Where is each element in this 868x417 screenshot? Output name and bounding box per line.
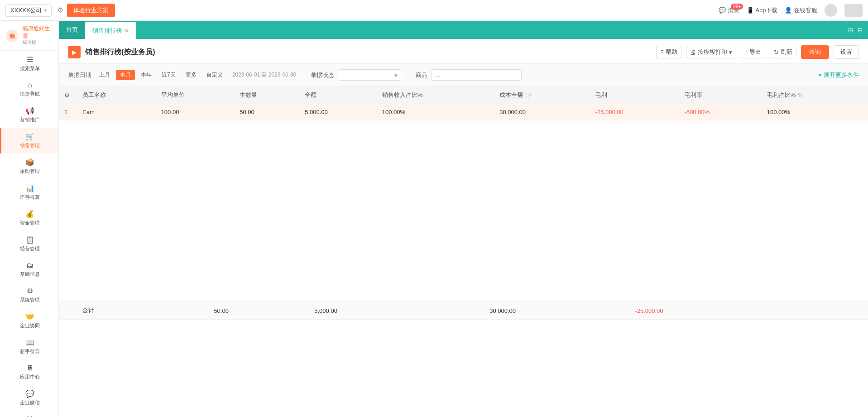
sidebar-item-sales[interactable]: 🛒 销售管理	[0, 128, 58, 153]
date-tab-this-year[interactable]: 本年	[137, 70, 156, 80]
tab-home[interactable]: 首页	[59, 21, 85, 39]
tab-bar: 首页 销售排行榜 ✕ ⊟ ⊞	[59, 21, 868, 39]
sidebar-label: 营销推广	[20, 116, 40, 123]
help-button[interactable]: ? 帮助	[656, 46, 681, 58]
table-header-row: ⚙ 员工名称 平均单价 主数量 全额 销售收入占比% 成本全额 ⓘ 毛利 毛利率	[59, 86, 868, 104]
date-tab-last-month[interactable]: 上月	[95, 70, 114, 80]
sidebar-logo: 畅 畅康通好生意 标准版	[0, 21, 58, 51]
sidebar-label: 基础信息	[20, 271, 40, 278]
company-selector[interactable]: XXXXX公司 ▾	[5, 4, 52, 17]
refresh-icon: ↻	[774, 49, 779, 56]
message-count: 99+	[731, 4, 743, 10]
date-tab-7days[interactable]: 近7天	[158, 70, 180, 80]
sidebar-item-operations[interactable]: 📋 经营管理	[0, 231, 58, 257]
user-menu[interactable]	[844, 4, 863, 17]
sidebar-item-enterprise[interactable]: 🤝 企业协同	[0, 308, 58, 334]
cell-name: Eam	[77, 104, 156, 120]
sidebar-item-marketing[interactable]: 📢 营销推广	[0, 102, 58, 128]
footer-empty	[59, 302, 77, 320]
table-row: 1 Eam 100.00 50.00 5,000.00 100.00% 30,0…	[59, 104, 868, 120]
template-print-button[interactable]: 🖨 按模板打印 ▾	[686, 46, 736, 58]
th-income-pct: 销售收入占比%	[377, 86, 494, 104]
footer-income-pct	[441, 302, 484, 320]
date-tab-more[interactable]: 更多	[182, 70, 201, 80]
base-info-icon: 🗂	[26, 261, 34, 269]
date-tab-this-month[interactable]: 本月	[116, 70, 135, 80]
sidebar-item-search-menu[interactable]: ☰ 搜索菜单	[0, 51, 58, 77]
th-amount: 全额	[299, 86, 376, 104]
message-icon: 💬	[719, 7, 726, 14]
search-menu-icon: ☰	[27, 55, 33, 64]
cell-amount: 5,000.00	[299, 104, 376, 120]
th-qty: 主数量	[234, 86, 299, 104]
tab-minimize-icon[interactable]: ⊟	[848, 27, 853, 34]
page-title: 销售排行榜(按业务员)	[85, 48, 155, 57]
vip-icon: V	[28, 415, 33, 417]
refresh-button[interactable]: ↻ 刷新	[770, 46, 796, 58]
app-download[interactable]: 📱 App下载	[747, 6, 777, 14]
status-select[interactable]	[338, 69, 401, 81]
sidebar-item-guide[interactable]: 📖 新手引导	[0, 334, 58, 359]
cell-income-pct: 100.00%	[377, 104, 494, 120]
tab-close-icon[interactable]: ✕	[125, 28, 129, 34]
inventory-icon: 📊	[25, 184, 34, 192]
sidebar-item-quick-nav[interactable]: ⌂ 快捷导航	[0, 77, 58, 102]
message-badge[interactable]: 💬 消息 99+	[719, 6, 739, 14]
date-range: 2023-06-01 至 2023-06-30	[232, 71, 296, 79]
query-button[interactable]: 查询	[801, 45, 829, 59]
cell-gross-margin: -500.00%	[679, 104, 762, 120]
expand-more-btn[interactable]: ▾ 展开更多条件	[819, 71, 859, 79]
sidebar-item-base-info[interactable]: 🗂 基础信息	[0, 257, 58, 282]
tab-expand-icon[interactable]: ⊞	[858, 27, 863, 34]
avatar[interactable]	[825, 4, 837, 17]
footer-row: 合计 50.00 5,000.00 30,000.00 -25,000.00	[59, 302, 868, 320]
status-select-wrap	[338, 69, 401, 81]
trial-button[interactable]: 体验行业方案	[67, 4, 115, 17]
footer-table: 合计 50.00 5,000.00 30,000.00 -25,000.00	[59, 302, 868, 320]
filter-row-1: 单据日期 上月 本月 本年 近7天 更多 自定义 2023-06-01 至 20…	[68, 69, 859, 81]
logo-sub: 标准版	[23, 39, 53, 46]
sidebar-item-app-center[interactable]: 🖥 应用中心	[0, 359, 58, 385]
goods-input[interactable]	[431, 69, 522, 81]
tab-sales-rank[interactable]: 销售排行榜 ✕	[85, 22, 136, 40]
th-cost-amount: 成本全额 ⓘ	[494, 86, 590, 104]
guide-icon: 📖	[25, 338, 34, 347]
sidebar-item-inventory[interactable]: 📊 库存核算	[0, 179, 58, 205]
content-area: ▶ 销售排行榜(按业务员) ? 帮助 🖨 按模板打印 ▾	[59, 39, 868, 417]
help-icon: ?	[660, 49, 663, 56]
date-tab-custom[interactable]: 自定义	[202, 70, 227, 80]
cell-cost-amount: 30,000.00	[494, 104, 590, 120]
sidebar-label: 应用中心	[20, 374, 40, 380]
sidebar-item-wechat[interactable]: 💬 企业微信	[0, 385, 58, 411]
sidebar-item-purchase[interactable]: 📦 采购管理	[0, 153, 58, 179]
footer-amount: 5,000.00	[309, 302, 441, 320]
footer-label: 合计	[77, 302, 166, 320]
export-button[interactable]: ↑ 导出	[741, 46, 766, 58]
sidebar-label: 销售管理	[20, 142, 40, 149]
settings-button[interactable]: 设置	[834, 45, 859, 59]
filter-bar: 单据日期 上月 本月 本年 近7天 更多 自定义 2023-06-01 至 20…	[59, 64, 868, 86]
footer-gross-margin	[783, 302, 825, 320]
sidebar-item-system[interactable]: ⚙ 系统管理	[0, 282, 58, 308]
th-gross-margin: 毛利率	[679, 86, 762, 104]
cell-qty: 50.00	[234, 104, 299, 120]
footer-gross-profit: -25,000.00	[629, 302, 782, 320]
logo-text: 畅康通好生意	[23, 25, 53, 39]
logo-icon: 畅	[5, 29, 19, 43]
cost-info-icon: ⓘ	[526, 92, 531, 98]
profit-info-icon: %	[798, 92, 803, 98]
sidebar-label: 采购管理	[20, 168, 40, 175]
table-settings-icon[interactable]: ⚙	[64, 92, 70, 99]
gear-icon[interactable]: ⚙	[57, 6, 63, 14]
sidebar-label: 库存核算	[20, 194, 40, 201]
th-settings[interactable]: ⚙	[59, 86, 77, 104]
th-avg-price: 平均单价	[156, 86, 235, 104]
tab-home-label: 首页	[66, 26, 78, 34]
sidebar-item-vip[interactable]: V 畅会员	[0, 411, 58, 417]
sidebar: 畅 畅康通好生意 标准版 ☰ 搜索菜单 ⌂ 快捷导航 📢 营销推广 🛒 销售管理…	[0, 21, 59, 417]
online-service[interactable]: 👤 在线客服	[785, 6, 817, 14]
page-actions: ? 帮助 🖨 按模板打印 ▾ ↑ 导出 ↻	[656, 45, 859, 59]
collapse-page-btn[interactable]: ▶	[68, 46, 81, 58]
sidebar-item-finance[interactable]: 💰 资金管理	[0, 205, 58, 231]
wechat-icon: 💬	[25, 389, 34, 398]
